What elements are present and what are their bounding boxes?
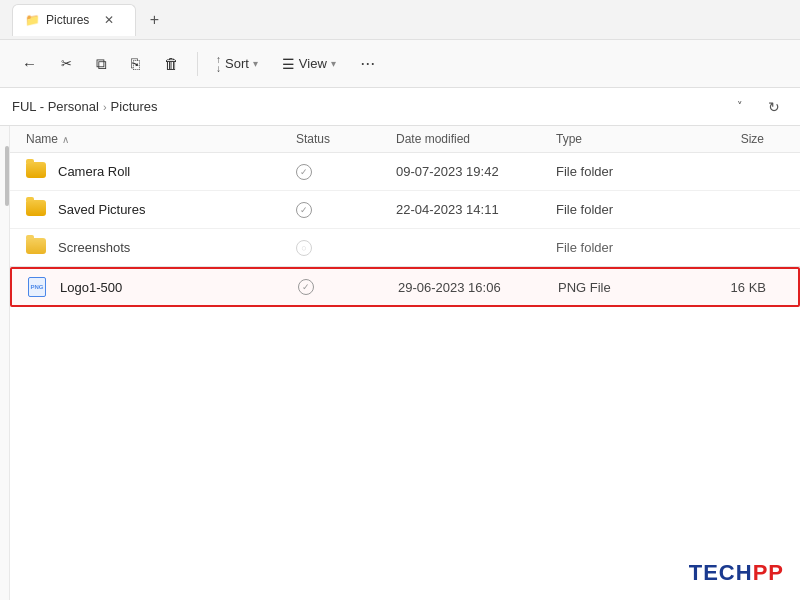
table-row[interactable]: PNG Logo1-500 ✓ 29-06-2023 16:06 PNG Fil… [10, 267, 800, 307]
png-file-icon: PNG [28, 277, 48, 297]
file-status-cell: ○ [296, 240, 396, 256]
more-options-button[interactable]: ··· [350, 46, 386, 82]
sort-dropdown-icon: ▾ [253, 58, 258, 69]
col-header-status[interactable]: Status [296, 132, 396, 146]
file-name-cell: Saved Pictures [26, 200, 296, 220]
content-area: Name ∧ Status Date modified Type Size [0, 126, 800, 600]
file-size-cell: 16 KB [668, 280, 782, 295]
file-list: Name ∧ Status Date modified Type Size [10, 126, 800, 600]
name-sort-arrow: ∧ [62, 134, 69, 145]
toolbar: ← ✂ ⧉ ⎘ 🗑 ↑↓ Sort ▾ ☰ View ▾ ··· [0, 40, 800, 88]
title-bar: 📁 Pictures ✕ + [0, 0, 800, 40]
add-tab-button[interactable]: + [140, 6, 168, 34]
tab-label: Pictures [46, 13, 89, 27]
status-check-icon: ○ [296, 240, 312, 256]
paste-icon: ⎘ [131, 55, 140, 72]
view-label: View [299, 56, 327, 71]
path-separator: › [103, 101, 107, 113]
file-date-cell: 22-04-2023 14:11 [396, 202, 556, 217]
address-dropdown-button[interactable]: ˅ [726, 93, 754, 121]
cut-icon: ✂ [61, 56, 72, 71]
copy-icon: ⧉ [96, 55, 107, 73]
path-current: Pictures [111, 99, 158, 114]
file-type-cell: File folder [556, 202, 666, 217]
view-icon: ☰ [282, 56, 295, 72]
tab-close-button[interactable]: ✕ [95, 6, 123, 34]
file-type-cell: PNG File [558, 280, 668, 295]
file-type-cell: File folder [556, 164, 666, 179]
table-row[interactable]: Camera Roll ✓ 09-07-2023 19:42 File fold… [10, 153, 800, 191]
column-headers: Name ∧ Status Date modified Type Size [10, 126, 800, 153]
folder-icon [26, 200, 46, 220]
refresh-button[interactable]: ↻ [760, 93, 788, 121]
address-path[interactable]: FUL - Personal › Pictures [12, 99, 720, 114]
sort-arrows-icon: ↑↓ [216, 55, 221, 73]
folder-icon [26, 162, 46, 182]
sidebar [0, 126, 10, 600]
watermark-tech: TECH [689, 560, 753, 585]
folder-icon [26, 238, 46, 258]
col-header-type[interactable]: Type [556, 132, 666, 146]
file-name-cell: Camera Roll [26, 162, 296, 182]
col-header-size[interactable]: Size [666, 132, 784, 146]
path-prefix: FUL - Personal [12, 99, 99, 114]
col-header-name[interactable]: Name ∧ [26, 132, 296, 146]
file-name-label: Logo1-500 [60, 280, 302, 295]
delete-button[interactable]: 🗑 [154, 46, 189, 82]
table-row[interactable]: Screenshots ○ File folder [10, 229, 800, 267]
status-check-icon: ✓ [296, 202, 312, 218]
watermark: TECHPP [689, 560, 784, 586]
watermark-pp: PP [753, 560, 784, 585]
file-date-cell: 09-07-2023 19:42 [396, 164, 556, 179]
sort-label: Sort [225, 56, 249, 71]
tab-folder-icon: 📁 [25, 13, 40, 27]
file-status-cell: ✓ [296, 164, 396, 180]
table-row[interactable]: Saved Pictures ✓ 22-04-2023 14:11 File f… [10, 191, 800, 229]
file-type-cell: File folder [556, 240, 666, 255]
view-dropdown-icon: ▾ [331, 58, 336, 69]
address-bar: FUL - Personal › Pictures ˅ ↻ [0, 88, 800, 126]
file-name-label: Saved Pictures [58, 202, 300, 217]
active-tab[interactable]: 📁 Pictures ✕ [12, 4, 136, 36]
file-date-cell: 29-06-2023 16:06 [398, 280, 558, 295]
file-name-cell: PNG Logo1-500 [28, 277, 298, 297]
sidebar-scrollbar[interactable] [5, 146, 9, 206]
file-name-label: Screenshots [58, 240, 300, 255]
col-header-date[interactable]: Date modified [396, 132, 556, 146]
nav-back-icon: ← [22, 55, 37, 72]
cut-button[interactable]: ✂ [51, 46, 82, 82]
copy-button[interactable]: ⧉ [86, 46, 117, 82]
view-button[interactable]: ☰ View ▾ [272, 46, 346, 82]
nav-back-button[interactable]: ← [12, 46, 47, 82]
status-check-icon: ✓ [296, 164, 312, 180]
paste-button[interactable]: ⎘ [121, 46, 150, 82]
file-status-cell: ✓ [298, 279, 398, 295]
file-name-label: Camera Roll [58, 164, 300, 179]
toolbar-separator [197, 52, 198, 76]
file-status-cell: ✓ [296, 202, 396, 218]
status-check-icon: ✓ [298, 279, 314, 295]
delete-icon: 🗑 [164, 55, 179, 72]
sort-button[interactable]: ↑↓ Sort ▾ [206, 46, 268, 82]
file-name-cell: Screenshots [26, 238, 296, 258]
